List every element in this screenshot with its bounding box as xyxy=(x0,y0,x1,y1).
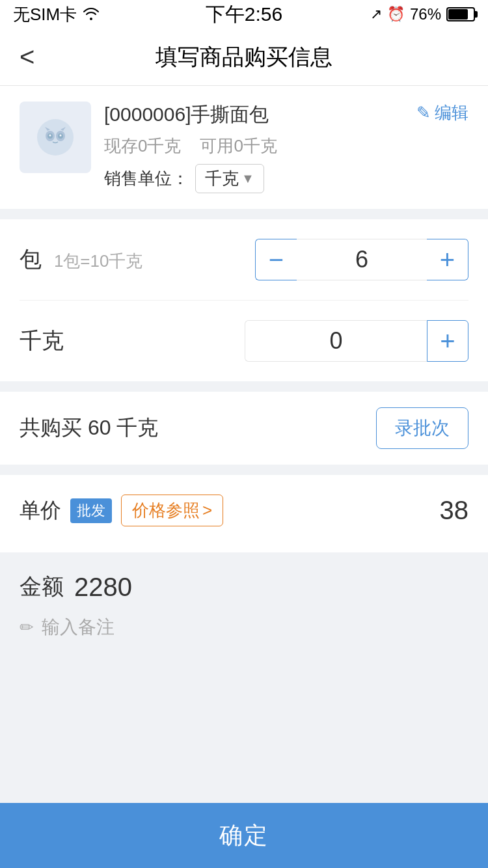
kg-increment-button[interactable]: + xyxy=(427,320,468,362)
batch-button[interactable]: 录批次 xyxy=(376,407,468,449)
product-name: [0000006]手撕面包 xyxy=(104,102,269,128)
carrier-label: 无SIM卡 xyxy=(13,3,77,26)
status-time: 下午2:56 xyxy=(206,1,282,28)
page-title: 填写商品购买信息 xyxy=(156,42,332,72)
quantity-section: 包 1包=10千克 − + 千克 + xyxy=(0,219,488,381)
status-right: ↗ ⏰ 76% xyxy=(370,5,475,23)
price-ref-button[interactable]: 价格参照 > xyxy=(121,495,223,526)
confirm-button[interactable]: 确定 xyxy=(0,803,488,868)
kg-row: 千克 + xyxy=(20,301,468,381)
edit-icon: ✎ xyxy=(416,103,431,123)
edit-button[interactable]: ✎ 编辑 xyxy=(416,102,468,124)
price-row: 单价 批发 价格参照 > 38 xyxy=(20,495,468,526)
bao-row: 包 1包=10千克 − + xyxy=(20,219,468,301)
total-section: 共购买 60 千克 录批次 xyxy=(0,392,488,465)
product-image xyxy=(20,102,91,173)
product-info: [0000006]手撕面包 ✎ 编辑 现存0千克 可用0千克 销售单位： 千克 … xyxy=(104,102,468,193)
svg-point-0 xyxy=(37,119,74,156)
price-section: 单价 批发 价格参照 > 38 xyxy=(0,475,488,552)
product-unit-row: 销售单位： 千克 ▼ xyxy=(104,164,468,193)
remark-row[interactable]: ✏ 输入备注 xyxy=(20,615,468,640)
total-label: 共购买 60 千克 xyxy=(20,414,158,442)
bao-decrement-button[interactable]: − xyxy=(255,239,297,280)
bao-controls: − + xyxy=(255,239,468,280)
status-bar: 无SIM卡 下午2:56 ↗ ⏰ 76% xyxy=(0,0,488,29)
product-card: [0000006]手撕面包 ✎ 编辑 现存0千克 可用0千克 销售单位： 千克 … xyxy=(0,86,488,209)
unit-select[interactable]: 千克 ▼ xyxy=(195,164,264,193)
content: [0000006]手撕面包 ✎ 编辑 现存0千克 可用0千克 销售单位： 千克 … xyxy=(0,86,488,868)
amount-row: 金额 2280 xyxy=(20,572,468,602)
kg-input[interactable] xyxy=(245,320,427,362)
price-tag: 批发 xyxy=(70,498,112,523)
bao-label-group: 包 1包=10千克 xyxy=(20,245,142,275)
remark-label: 输入备注 xyxy=(42,615,115,640)
pencil-icon: ✏ xyxy=(20,617,34,638)
battery-percent: 76% xyxy=(410,5,441,23)
back-button[interactable]: < xyxy=(20,42,34,72)
status-left: 无SIM卡 xyxy=(13,3,100,26)
svg-point-5 xyxy=(49,135,51,137)
alarm-icon: ⏰ xyxy=(387,6,405,23)
nav-bar: < 填写商品购买信息 xyxy=(0,29,488,86)
wifi-icon xyxy=(82,5,100,25)
kg-label: 千克 xyxy=(20,326,64,356)
price-value: 38 xyxy=(440,496,469,525)
kg-controls: + xyxy=(245,320,468,362)
price-left: 单价 批发 价格参照 > xyxy=(20,495,223,526)
chevron-down-icon: ▼ xyxy=(241,171,254,186)
svg-point-6 xyxy=(60,135,62,137)
battery-icon xyxy=(446,7,475,21)
bao-increment-button[interactable]: + xyxy=(427,239,468,280)
product-stock: 现存0千克 可用0千克 xyxy=(104,135,468,157)
location-icon: ↗ xyxy=(370,6,382,23)
bao-input[interactable] xyxy=(297,239,427,280)
amount-section: 金额 2280 ✏ 输入备注 xyxy=(0,552,488,653)
